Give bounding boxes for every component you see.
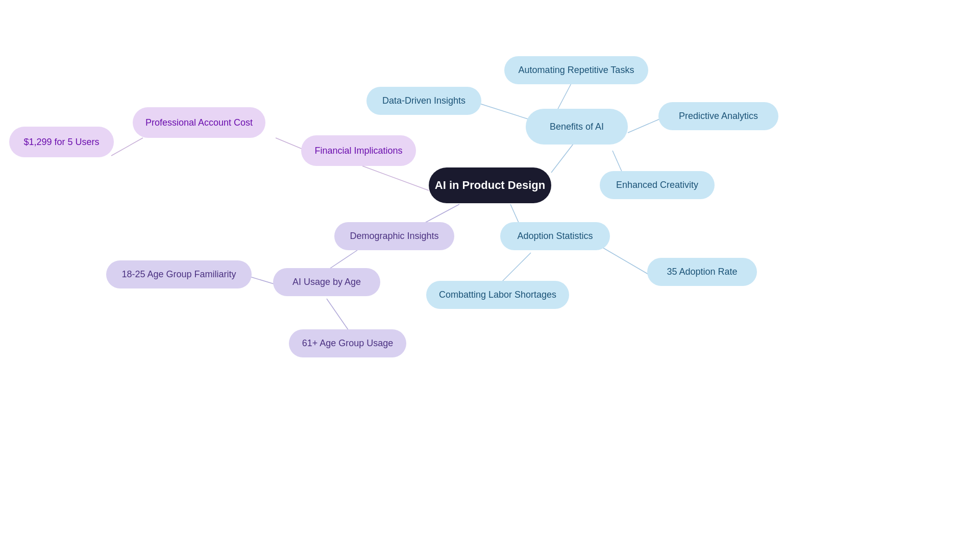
- age-61-plus-node[interactable]: 61+ Age Group Usage: [289, 329, 406, 357]
- data-driven-insights-node[interactable]: Data-Driven Insights: [366, 87, 481, 115]
- predictive-analytics-node[interactable]: Predictive Analytics: [658, 102, 778, 130]
- enhanced-creativity-node[interactable]: Enhanced Creativity: [600, 171, 715, 199]
- adoption-rate-node[interactable]: 35 Adoption Rate: [647, 258, 757, 286]
- price-node[interactable]: $1,299 for 5 Users: [9, 127, 114, 157]
- svg-line-10: [250, 277, 276, 284]
- age-18-25-node[interactable]: 18-25 Age Group Familiarity: [106, 260, 252, 288]
- ai-usage-by-age-node[interactable]: AI Usage by Age: [273, 268, 380, 296]
- combatting-labor-shortages-node[interactable]: Combatting Labor Shortages: [426, 281, 569, 309]
- svg-line-9: [327, 250, 357, 271]
- center-node[interactable]: AI in Product Design: [429, 167, 551, 203]
- professional-account-cost-node[interactable]: Professional Account Cost: [133, 107, 265, 138]
- automating-repetitive-tasks-node[interactable]: Automating Repetitive Tasks: [504, 56, 648, 84]
- svg-line-6: [628, 118, 661, 133]
- demographic-insights-node[interactable]: Demographic Insights: [334, 222, 454, 250]
- financial-implications-node[interactable]: Financial Implications: [301, 135, 416, 166]
- svg-line-0: [362, 166, 429, 190]
- svg-line-14: [500, 253, 531, 283]
- svg-line-7: [612, 151, 623, 174]
- svg-line-11: [327, 299, 350, 332]
- svg-line-2: [111, 138, 143, 156]
- adoption-statistics-node[interactable]: Adoption Statistics: [500, 222, 610, 250]
- benefits-of-ai-node[interactable]: Benefits of AI: [526, 109, 628, 145]
